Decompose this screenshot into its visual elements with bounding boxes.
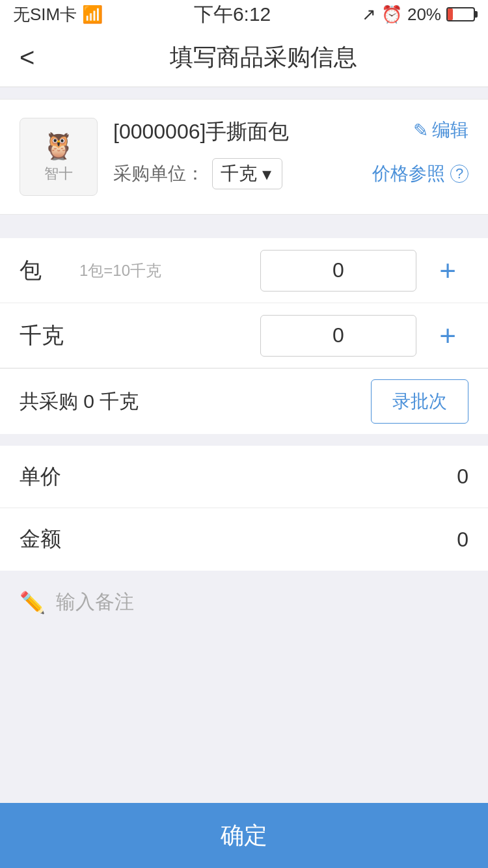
total-section: 共采购 0 千克 录批次 xyxy=(0,368,488,434)
edit-icon: ✎ xyxy=(413,120,428,141)
quantity-input-wrap-kg: + xyxy=(72,315,468,357)
quantity-section: 包 1包=10千克 + 千克 + xyxy=(0,238,488,368)
unit-value: 千克 xyxy=(221,161,257,186)
total-label: 共采购 0 千克 xyxy=(20,388,139,415)
page-title: 填写商品采购信息 xyxy=(59,42,468,74)
amount-label: 金额 xyxy=(20,525,61,554)
price-label: 单价 xyxy=(20,463,61,491)
amount-row: 金额 0 xyxy=(0,508,488,571)
price-value: 0 xyxy=(457,465,468,489)
nav-bar: < 填写商品采购信息 xyxy=(0,29,488,87)
battery-icon xyxy=(446,7,475,21)
notes-placeholder: 输入备注 xyxy=(56,589,134,616)
product-image: 🦉 智十 xyxy=(20,118,98,196)
confirm-button[interactable]: 确定 xyxy=(0,803,488,868)
product-logo-icon: 🦉 xyxy=(42,131,75,161)
product-header: [0000006]手撕面包 ✎ 编辑 xyxy=(113,118,468,146)
confirm-label: 确定 xyxy=(221,820,267,852)
section-divider-2 xyxy=(0,434,488,446)
amount-value: 0 xyxy=(457,528,468,552)
unit-label: 采购单位： xyxy=(113,161,204,186)
quantity-label-bao: 包 xyxy=(20,256,72,286)
quantity-input-bao[interactable] xyxy=(260,250,416,292)
edit-label: 编辑 xyxy=(432,118,468,142)
price-row: 单价 0 xyxy=(0,446,488,508)
info-section: 单价 0 金额 0 xyxy=(0,446,488,571)
battery-percent: 20% xyxy=(407,5,441,25)
edit-button[interactable]: ✎ 编辑 xyxy=(413,118,468,142)
price-ref-label: 价格参照 xyxy=(372,161,445,186)
section-divider-1 xyxy=(0,215,488,226)
wifi-icon: 📶 xyxy=(82,5,103,25)
product-title: 手撕面包 xyxy=(206,120,289,143)
pencil-icon: ✏️ xyxy=(20,590,46,615)
record-batch-button[interactable]: 录批次 xyxy=(371,379,468,424)
plus-button-bao[interactable]: + xyxy=(427,250,468,292)
location-icon: ↗ xyxy=(362,5,376,25)
quantity-sublabel-bao: 1包=10千克 xyxy=(79,260,161,281)
quantity-row-kg: 千克 + xyxy=(0,303,488,368)
battery-fill xyxy=(448,8,453,20)
status-time: 下午6:12 xyxy=(194,1,271,28)
price-ref-button[interactable]: 价格参照 ? xyxy=(372,161,468,186)
carrier-text: 无SIM卡 xyxy=(13,3,77,26)
alarm-icon: ⏰ xyxy=(381,5,402,25)
quantity-input-kg[interactable] xyxy=(260,315,416,357)
product-info: [0000006]手撕面包 ✎ 编辑 采购单位： 千克 ▾ 价格参照 ? xyxy=(113,118,468,189)
quantity-input-wrap-bao: + xyxy=(161,250,468,292)
quantity-row-bao: 包 1包=10千克 + xyxy=(0,238,488,303)
empty-area xyxy=(0,634,488,816)
product-name: [0000006]手撕面包 xyxy=(113,118,289,146)
info-icon: ? xyxy=(450,165,468,183)
unit-select[interactable]: 千克 ▾ xyxy=(212,158,282,189)
status-left: 无SIM卡 📶 xyxy=(13,3,103,26)
plus-button-kg[interactable]: + xyxy=(427,315,468,357)
back-button[interactable]: < xyxy=(20,43,59,72)
product-logo-text: 智十 xyxy=(44,164,73,183)
notes-section[interactable]: ✏️ 输入备注 xyxy=(0,571,488,634)
product-unit-row: 采购单位： 千克 ▾ 价格参照 ? xyxy=(113,158,468,189)
status-right: ↗ ⏰ 20% xyxy=(362,5,475,25)
chevron-down-icon: ▾ xyxy=(262,163,271,185)
product-code: [0000006] xyxy=(113,120,206,143)
quantity-label-kg: 千克 xyxy=(20,321,72,351)
total-row: 共采购 0 千克 录批次 xyxy=(0,369,488,434)
product-section: 🦉 智十 [0000006]手撕面包 ✎ 编辑 采购单位： 千克 ▾ 价格参照 xyxy=(0,99,488,215)
status-bar: 无SIM卡 📶 下午6:12 ↗ ⏰ 20% xyxy=(0,0,488,29)
